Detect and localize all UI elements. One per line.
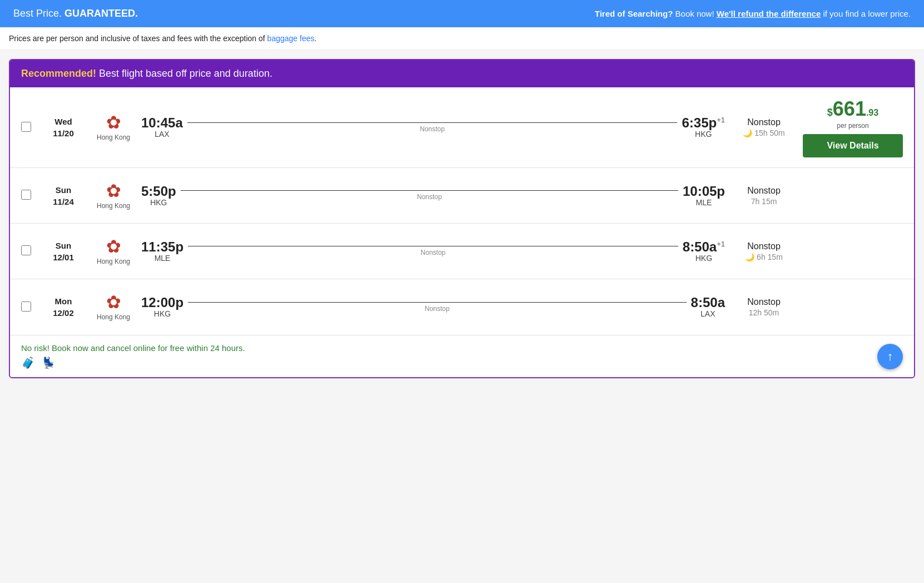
row1-date: Wed 11/20: [41, 116, 86, 139]
row4-nonstop-label: Nonstop: [425, 305, 450, 313]
row3-date: Sun 12/01: [41, 240, 86, 263]
row3-depart-airport: MLE: [155, 254, 171, 263]
table-row: Mon 12/02 ✿ Hong Kong 12:00p HKG Nonstop…: [10, 279, 914, 335]
row3-airline: ✿ Hong Kong: [86, 238, 141, 265]
row3-checkbox[interactable]: [21, 245, 31, 255]
banner-left: Best Price. GUARANTEED.: [13, 8, 138, 19]
row1-price: $661.93 per person View Details: [803, 97, 903, 157]
row3-line-bar: [188, 246, 678, 246]
view-details-button[interactable]: View Details: [803, 134, 903, 157]
table-row: Sun 12/01 ✿ Hong Kong 11:35p MLE Nonstop…: [10, 224, 914, 279]
price-dollar: $: [827, 107, 833, 118]
row4-arrive: 8:50a LAX: [691, 296, 725, 318]
row1-duration: 🌙 15h 50m: [725, 129, 803, 137]
row1-check-col: [21, 122, 41, 134]
scroll-to-top-button[interactable]: ↑: [877, 344, 903, 369]
row2-airline-logo: ✿: [86, 182, 141, 200]
row3-stop: Nonstop 🌙 6h 15m: [725, 241, 803, 261]
row3-depart-time: 11:35p: [141, 240, 183, 254]
row4-line-bar: [188, 302, 687, 303]
row2-airline-name: Hong Kong: [86, 202, 141, 210]
row4-airline: ✿ Hong Kong: [86, 293, 141, 321]
row2-line-bar: [181, 190, 678, 191]
scroll-top-icon: ↑: [887, 349, 893, 364]
baggage-icon: 🧳: [21, 356, 35, 369]
row2-depart: 5:50p HKG: [141, 185, 176, 207]
card-footer: No risk! Book now and cancel online for …: [10, 335, 914, 377]
notice-text: Prices are per person and inclusive of t…: [9, 34, 267, 43]
row3-flight-line: Nonstop: [188, 246, 678, 256]
row2-airline: ✿ Hong Kong: [86, 182, 141, 210]
row3-airline-name: Hong Kong: [86, 258, 141, 265]
row4-depart-airport: HKG: [154, 309, 171, 318]
row2-arrive-time: 10:05p: [683, 185, 725, 198]
price-per-person: per person: [803, 122, 903, 130]
row2-check-col: [21, 190, 41, 201]
row4-duration: 12h 50m: [725, 308, 803, 317]
row2-checkbox[interactable]: [21, 190, 31, 200]
price-cents: .93: [866, 108, 878, 117]
row1-airline-name: Hong Kong: [86, 134, 141, 141]
banner: Best Price. GUARANTEED. Tired of Searchi…: [0, 0, 924, 27]
row4-day: Mon: [41, 295, 86, 307]
row2-date-val: 11/24: [41, 196, 86, 207]
row4-stop-label: Nonstop: [725, 297, 803, 307]
row1-checkbox[interactable]: [21, 122, 31, 132]
banner-guaranteed: GUARANTEED.: [64, 8, 138, 19]
row1-airline: ✿ Hong Kong: [86, 113, 141, 141]
flight-list: Wed 11/20 ✿ Hong Kong 10:45a LAX Nonstop…: [10, 87, 914, 335]
row2-stop: Nonstop 7h 15m: [725, 186, 803, 206]
row3-nonstop-label: Nonstop: [421, 249, 446, 256]
banner-tired: Tired of Searching?: [595, 9, 673, 18]
row3-duration: 🌙 6h 15m: [725, 253, 803, 261]
seat-icon: 💺: [42, 356, 56, 369]
row1-stop-label: Nonstop: [725, 117, 803, 127]
row3-arrive-time: 8:50a+1: [683, 240, 725, 254]
amenity-icons: 🧳 💺: [21, 356, 245, 369]
table-row: Sun 11/24 ✿ Hong Kong 5:50p HKG Nonstop …: [10, 168, 914, 224]
row2-arrive: 10:05p MLE: [683, 185, 725, 207]
row2-arrive-airport: MLE: [696, 198, 712, 207]
price-big: 661: [833, 97, 866, 120]
row4-depart: 12:00p HKG: [141, 296, 183, 318]
row1-day: Wed: [41, 116, 86, 127]
baggage-fees-link[interactable]: baggage fees: [267, 34, 315, 43]
row4-flight: 12:00p HKG Nonstop 8:50a LAX: [141, 296, 725, 318]
row3-arrive: 8:50a+1 HKG: [683, 240, 725, 263]
row1-arrive-airport: HKG: [695, 130, 712, 139]
row1-nonstop-label: Nonstop: [420, 125, 445, 133]
row4-checkbox[interactable]: [21, 302, 31, 312]
row2-flight-line: Nonstop: [181, 190, 678, 201]
banner-left-text: Best Price.: [13, 8, 64, 19]
row1-date-val: 11/20: [41, 127, 86, 139]
row2-depart-airport: HKG: [150, 198, 167, 207]
row4-arrive-time: 8:50a: [691, 296, 725, 309]
row4-date: Mon 12/02: [41, 295, 86, 319]
banner-book-now: Book now!: [675, 9, 717, 18]
flight-card: Recommended! Best flight based off price…: [9, 59, 915, 378]
row4-flight-line: Nonstop: [188, 302, 687, 313]
row1-flight-line: Nonstop: [187, 122, 678, 133]
row3-flight: 11:35p MLE Nonstop 8:50a+1 HKG: [141, 240, 725, 263]
row1-depart: 10:45a LAX: [141, 116, 183, 139]
row3-airline-logo: ✿: [86, 238, 141, 255]
row3-depart: 11:35p MLE: [141, 240, 183, 263]
row4-date-val: 12/02: [41, 307, 86, 319]
row1-flight: 10:45a LAX Nonstop 6:35p+1 HKG: [141, 116, 725, 139]
no-risk-text: No risk! Book now and cancel online for …: [21, 343, 245, 353]
row1-depart-airport: LAX: [155, 130, 169, 139]
price-display: $661.93: [803, 97, 903, 121]
card-header: Recommended! Best flight based off price…: [10, 60, 914, 87]
row4-check-col: [21, 302, 41, 313]
recommended-label: Recommended!: [21, 68, 96, 79]
row2-flight: 5:50p HKG Nonstop 10:05p MLE: [141, 185, 725, 207]
banner-refund-link[interactable]: We'll refund the difference: [717, 9, 821, 18]
row1-stop: Nonstop 🌙 15h 50m: [725, 117, 803, 137]
row3-arrive-airport: HKG: [696, 254, 712, 263]
row3-check-col: [21, 245, 41, 257]
row1-airline-logo: ✿: [86, 113, 141, 131]
row3-date-val: 12/01: [41, 251, 86, 263]
row4-airline-logo: ✿: [86, 293, 141, 311]
banner-suffix: if you find a lower price.: [823, 9, 911, 18]
row3-stop-label: Nonstop: [725, 241, 803, 251]
